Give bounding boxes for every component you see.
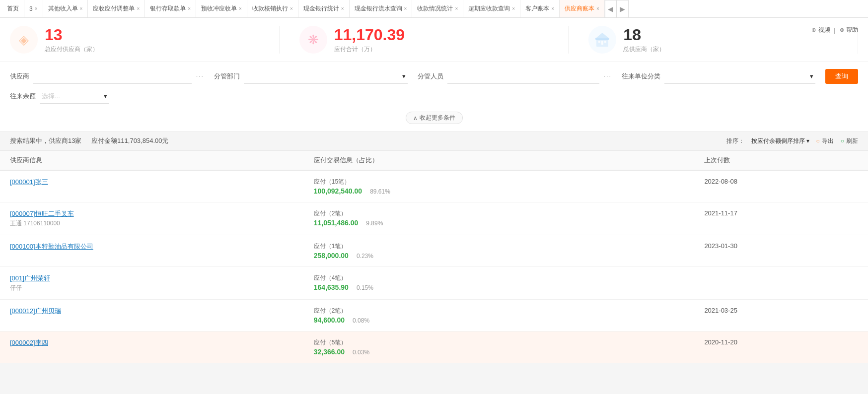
svg-rect-4: [604, 41, 606, 43]
supplier-link-4[interactable]: [000012]广州贝瑞: [10, 307, 61, 315]
nav-tab-bank-deposit[interactable]: 银行存取款单 ×: [145, 0, 196, 18]
tx-label-2: 应付（1笔）: [314, 242, 685, 251]
last-pay-cell-1: 2021-11-17: [694, 202, 868, 235]
stat-content-1: 13 总应付供应商（家）: [45, 26, 98, 54]
stat-number-1: 13: [45, 26, 98, 44]
supplier-link-0[interactable]: [000001]张三: [10, 178, 48, 186]
tx-label-5: 应付（5笔）: [314, 338, 685, 347]
supplier-link-2[interactable]: [000100]本特勤油品有限公司: [10, 243, 93, 250]
refresh-button[interactable]: ○ 刷新: [841, 137, 858, 145]
filter-person-dots[interactable]: ···: [603, 72, 611, 81]
tx-amount-1[interactable]: 11,051,486.00: [314, 219, 359, 227]
query-button[interactable]: 查询: [825, 69, 858, 84]
nav-prev-button[interactable]: ◀: [605, 0, 617, 18]
nav-tab-receipt-stat[interactable]: 收款情况统计 ×: [412, 0, 463, 18]
filter-supplier: 供应商 ···: [10, 69, 204, 84]
nav-tab-cash-bank-stat[interactable]: 现金银行统计 ×: [298, 0, 350, 18]
result-actions: 排序： 按应付余额倒序排序 ▾ ○ 导出 ○ 刷新: [726, 137, 859, 145]
stat-icon-1: ◈: [10, 26, 38, 54]
tx-pct-1: 9.89%: [366, 220, 383, 227]
tx-amount-5[interactable]: 32,366.00: [314, 348, 345, 356]
filter-supplier-input[interactable]: [33, 69, 192, 84]
col-header-transaction: 应付交易信息（占比）: [304, 151, 695, 170]
nav-next-button[interactable]: ▶: [617, 0, 629, 18]
last-pay-value-4: 2021-03-25: [704, 307, 737, 314]
tx-amount-3[interactable]: 164,635.90: [314, 283, 349, 291]
sort-select[interactable]: 按应付余额倒序排序 ▾: [751, 137, 809, 145]
transaction-cell-4: 应付（2笔）94,600.000.08%: [304, 300, 695, 331]
nav-tab-other-income-close[interactable]: ×: [80, 6, 83, 11]
video-link[interactable]: ⊙ 视频: [811, 26, 830, 34]
transaction-cell-0: 应付（15笔）100,092,540.0089.61%: [304, 170, 695, 202]
nav-tab-supplier-account[interactable]: 供应商账本 ×: [560, 0, 605, 18]
nav-tab-ap-adjust[interactable]: 应收应付调整单 ×: [88, 0, 145, 18]
last-pay-value-0: 2022-08-08: [704, 178, 737, 185]
tx-amount-4[interactable]: 94,600.00: [314, 316, 345, 324]
supplier-link-1[interactable]: [000007]恒旺二手叉车: [10, 210, 74, 217]
nav-tab-overdue-query-close[interactable]: ×: [512, 6, 515, 11]
chevron-down-icon-bal: ▾: [104, 92, 107, 100]
nav-tab-3-close[interactable]: ×: [35, 6, 38, 11]
supplier-cell-1: [000007]恒旺二手叉车王通 17106110000: [0, 202, 304, 235]
stat-icon-3: [588, 26, 616, 54]
collapse-button[interactable]: ∧ 收起更多条件: [406, 112, 463, 124]
filter-person-label: 分管人员: [418, 72, 443, 81]
nav-tab-bank-deposit-close[interactable]: ×: [188, 6, 191, 11]
nav-tab-prepay-reconcile[interactable]: 预收冲应收单 ×: [196, 0, 247, 18]
nav-tab-ap-adjust-label: 应收应付调整单: [93, 4, 135, 13]
nav-tab-cash-bank-stat-close[interactable]: ×: [341, 6, 344, 11]
nav-tab-customer-account[interactable]: 客户账本 ×: [520, 0, 560, 18]
nav-tab-cash-bank-flow-close[interactable]: ×: [404, 6, 407, 11]
nav-tab-receipt-verify-close[interactable]: ×: [290, 6, 293, 11]
filter-person-input[interactable]: [447, 69, 599, 84]
nav-tab-cash-bank-flow[interactable]: 现金银行流水查询 ×: [350, 0, 413, 18]
table-row: [000007]恒旺二手叉车王通 17106110000应付（2笔）11,051…: [0, 202, 868, 235]
last-pay-cell-0: 2022-08-08: [694, 170, 868, 202]
nav-tab-3-label: 3: [29, 5, 33, 12]
nav-tab-overdue-query[interactable]: 超期应收款查询 ×: [463, 0, 520, 18]
supplier-link-3[interactable]: [001]广州荣轩: [10, 274, 50, 282]
col-header-last-pay: 上次付数: [694, 151, 868, 170]
nav-tab-receipt-verify[interactable]: 收款核销执行 ×: [247, 0, 298, 18]
table-row: [000001]张三应付（15笔）100,092,540.0089.61%202…: [0, 170, 868, 202]
stat-label-3: 总供应商（家）: [623, 45, 665, 54]
filter-department-select[interactable]: ▾: [244, 69, 408, 84]
table-row: [001]广州荣轩仔仔应付（4笔）164,635.900.15%: [0, 267, 868, 300]
svg-rect-2: [598, 41, 600, 43]
last-pay-value-1: 2021-11-17: [704, 209, 737, 217]
filter-department: 分管部门 ▾: [214, 69, 408, 84]
nav-tab-prepay-reconcile-close[interactable]: ×: [239, 6, 242, 11]
result-bar: 搜索结果中，供应商13家 应付金额111,703,854.00元 排序： 按应付…: [0, 131, 868, 151]
tx-label-0: 应付（15笔）: [314, 178, 685, 186]
result-prefix: 搜索结果中，供应商13家: [10, 137, 81, 144]
collapse-bar: ∧ 收起更多条件: [10, 109, 858, 124]
filter-row-2: 往来余额 选择... ▾: [10, 89, 858, 104]
supplier-link-5[interactable]: [000002]李四: [10, 339, 48, 346]
nav-tab-customer-account-close[interactable]: ×: [551, 6, 554, 11]
nav-tab-ap-adjust-close[interactable]: ×: [137, 6, 140, 11]
filter-category-select[interactable]: ▾: [664, 69, 816, 84]
nav-tab-cash-bank-flow-label: 现金银行流水查询: [355, 4, 402, 13]
tx-amount-0[interactable]: 100,092,540.00: [314, 187, 362, 195]
help-link[interactable]: ⊙ 帮助: [840, 26, 858, 34]
export-button[interactable]: ○ 导出: [816, 137, 834, 145]
tx-label-3: 应付（4笔）: [314, 274, 685, 282]
nav-tab-other-income[interactable]: 其他收入单 ×: [43, 0, 88, 18]
filter-supplier-dots[interactable]: ···: [196, 72, 204, 81]
collapse-label: 收起更多条件: [420, 114, 455, 122]
filter-balance-select[interactable]: 选择... ▾: [40, 89, 109, 104]
refresh-label: 刷新: [846, 137, 858, 145]
stat-label-1: 总应付供应商（家）: [45, 45, 98, 54]
tx-amount-2[interactable]: 258,000.00: [314, 252, 349, 260]
transaction-cell-5: 应付（5笔）32,366.000.03%: [304, 331, 695, 363]
last-pay-cell-2: 2023-01-30: [694, 235, 868, 267]
nav-tab-3[interactable]: 3 ×: [24, 0, 43, 18]
nav-tab-home[interactable]: 首页: [2, 0, 24, 18]
nav-tab-supplier-account-close[interactable]: ×: [596, 6, 599, 11]
nav-tab-receipt-stat-close[interactable]: ×: [455, 6, 458, 11]
filter-category: 往来单位分类 ▾: [622, 69, 816, 84]
tx-pct-4: 0.08%: [353, 317, 369, 324]
stat-block-ap-total: ❋ 11,170.39 应付合计（万）: [280, 26, 569, 54]
table-row: [000012]广州贝瑞应付（2笔）94,600.000.08%2021-03-…: [0, 300, 868, 331]
svg-marker-5: [596, 33, 608, 38]
